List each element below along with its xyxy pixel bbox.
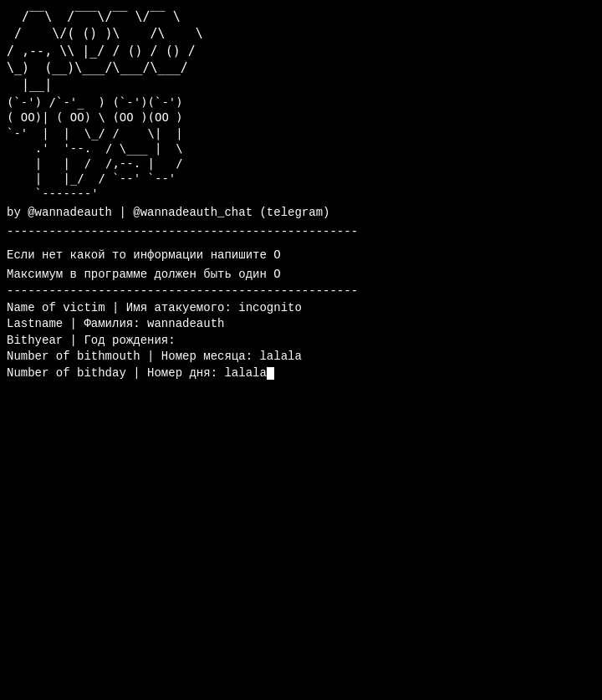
ascii-sub-art: (`-') /`-'_ ) (`-')(`-') ( OO)| ( OO) \ …	[7, 95, 595, 201]
cursor-block	[267, 367, 274, 380]
note-2: Максимум в программе должен быть один O	[7, 267, 595, 284]
separator-2: ----------------------------------------…	[7, 284, 595, 300]
ascii-gem-art: /‾‾\ /‾‾‾\/‾‾ \/‾‾ \ / \/( () )\ /\ \ / …	[7, 8, 595, 93]
field-birthmonth: Number of bithmouth | Номер месяца: lala…	[7, 349, 595, 365]
field-lastname: Lastname | Фамилия: wannadeauth	[7, 316, 595, 333]
field-birthday-text: Number of bithday | Номер дня: lalala	[7, 366, 267, 380]
field-birthyear: Bithyear | Год рождения:	[7, 333, 595, 350]
field-birthday: Number of bithday | Номер дня: lalala	[7, 365, 595, 382]
separator-1: ----------------------------------------…	[7, 224, 595, 241]
by-line: by @wannadeauth | @wannadeauth_chat (tel…	[7, 205, 595, 222]
page-root: /‾‾\ /‾‾‾\/‾‾ \/‾‾ \ / \/( () )\ /\ \ / …	[0, 0, 602, 700]
field-name: Name of victim | Имя атакуемого: incogni…	[7, 300, 595, 317]
note-1: Если нет какой то информации напишите O	[7, 248, 595, 264]
